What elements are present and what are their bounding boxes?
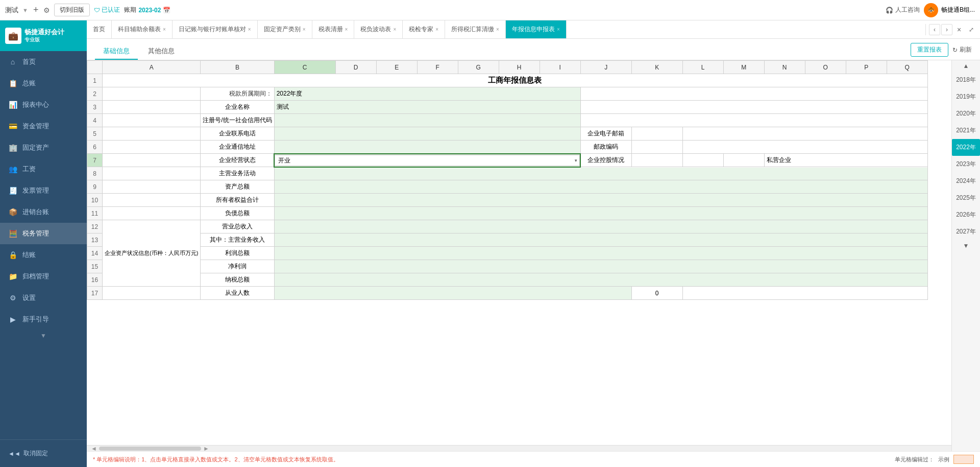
cell-4-B[interactable]: 注册号/统一社会信用代码 [201, 114, 274, 127]
tab-nav-prev[interactable]: ‹ [929, 24, 940, 35]
close-tab-annual-report[interactable]: × [557, 27, 560, 32]
cell-12-A[interactable]: 企业资产状况信息(币种：人民币万元) [103, 220, 201, 287]
sidebar-item-purchases[interactable]: 📦 进销台账 [0, 201, 87, 223]
expand-view[interactable]: ⤢ [966, 24, 977, 35]
col-header-I[interactable]: I [540, 61, 580, 74]
year-item-2025[interactable]: 2025年 [952, 190, 980, 206]
row-header-4[interactable]: 4 [87, 114, 103, 127]
cell-10-A[interactable] [103, 194, 201, 207]
cell-5-C[interactable] [274, 127, 580, 141]
col-header-M[interactable]: M [723, 61, 764, 74]
sidebar-item-assets[interactable]: 🏢 固定资产 [0, 137, 87, 158]
sidebar-item-reports[interactable]: 📊 报表中心 [0, 94, 87, 115]
cell-7-A[interactable] [103, 154, 201, 167]
col-header-B[interactable]: B [201, 61, 274, 74]
close-tab-assets-cat[interactable]: × [303, 27, 306, 32]
cell-7-C[interactable]: 开业 注销 吊销 迁出 撤销 [274, 154, 580, 167]
row-header-16[interactable]: 16 [87, 273, 103, 287]
cell-6-A[interactable] [103, 141, 201, 154]
cell-7-L[interactable] [682, 154, 723, 167]
col-header-J[interactable]: J [580, 61, 631, 74]
cell-9-B[interactable]: 资产总额 [201, 180, 274, 194]
tab-aux[interactable]: 科目辅助余额表 × [112, 20, 173, 39]
cell-10-C[interactable] [274, 194, 927, 207]
cell-17-B[interactable]: 从业人数 [201, 287, 274, 300]
cell-5-L[interactable] [682, 127, 927, 141]
business-status-select[interactable]: 开业 注销 吊销 迁出 撤销 [275, 155, 580, 166]
support-button[interactable]: 🎧 人工咨询 [886, 6, 920, 14]
col-header-D[interactable]: D [335, 61, 376, 74]
row-header-17[interactable]: 17 [87, 287, 103, 300]
settings-icon[interactable]: ⚙ [43, 6, 50, 14]
cell-7-J[interactable]: 企业控股情况 [580, 154, 631, 167]
row-header-12[interactable]: 12 [87, 220, 103, 233]
tab-tax-return[interactable]: 税表清册 × [312, 20, 355, 39]
sidebar-scroll-down[interactable]: ▼ [0, 330, 87, 341]
sidebar-item-tax[interactable]: 🧮 税务管理 [0, 223, 87, 244]
col-header-C[interactable]: C [274, 61, 335, 74]
cell-14-C[interactable] [274, 247, 927, 260]
cell-3-A[interactable] [103, 101, 201, 114]
cell-6-B[interactable]: 企业通信地址 [201, 141, 274, 154]
cell-8-B[interactable]: 主营业务活动 [201, 167, 274, 180]
cell-3-J[interactable] [580, 101, 927, 114]
close-tab-tax-change[interactable]: × [393, 27, 396, 32]
close-tab-aux[interactable]: × [163, 27, 166, 32]
row-header-5[interactable]: 5 [87, 127, 103, 141]
col-header-G[interactable]: G [458, 61, 499, 74]
scroll-thumb[interactable] [99, 447, 201, 451]
tab-tax-expert[interactable]: 税检专家 × [403, 20, 445, 39]
cell-2-B[interactable]: 税款所属期间： [201, 87, 274, 101]
sidebar-item-archive[interactable]: 📁 归档管理 [0, 266, 87, 287]
cell-7-B[interactable]: 企业经营状态 [201, 154, 274, 167]
cell-2-C[interactable]: 2022年度 [274, 87, 580, 101]
col-header-Q[interactable]: Q [887, 61, 927, 74]
cell-2-A[interactable] [103, 87, 201, 101]
sidebar-item-ledger[interactable]: 📋 总账 [0, 73, 87, 94]
cell-12-B[interactable]: 营业总收入 [201, 220, 274, 233]
cancel-fixed-button[interactable]: ◄◄ 取消固定 [0, 444, 87, 463]
cell-15-C[interactable] [274, 260, 927, 273]
close-all-tabs[interactable]: × [953, 24, 965, 35]
col-header-L[interactable]: L [682, 61, 723, 74]
year-item-2027[interactable]: 2027年 [952, 223, 980, 240]
year-item-2021[interactable]: 2021年 [952, 122, 980, 139]
col-header-N[interactable]: N [764, 61, 805, 74]
sidebar-item-guide[interactable]: ▶ 新手引导 [0, 309, 87, 330]
row-header-14[interactable]: 14 [87, 247, 103, 260]
reset-report-button[interactable]: 重置报表 [911, 43, 948, 57]
cell-9-C[interactable] [274, 180, 927, 194]
year-panel-scroll-up[interactable]: ▲ [952, 60, 980, 72]
sub-tab-other[interactable]: 其他信息 [140, 43, 183, 60]
cell-3-C[interactable]: 测试 [274, 101, 580, 114]
cell-17-C[interactable] [274, 287, 631, 300]
col-header-A[interactable]: A [103, 61, 201, 74]
year-panel-scroll-down[interactable]: ▼ [952, 240, 980, 251]
year-item-2023[interactable]: 2023年 [952, 156, 980, 173]
cell-8-A[interactable] [103, 167, 201, 180]
close-tab-journal[interactable]: × [248, 27, 251, 32]
horizontal-scrollbar[interactable]: ◄ ► [87, 445, 951, 451]
col-header-F[interactable]: F [417, 61, 458, 74]
cell-2-J[interactable] [580, 87, 927, 101]
cell-6-C[interactable] [274, 141, 580, 154]
cell-4-A[interactable] [103, 114, 201, 127]
cell-6-L[interactable] [682, 141, 927, 154]
tab-assets-cat[interactable]: 固定资产类别 × [258, 20, 312, 39]
year-item-2022[interactable]: 2022年 [952, 139, 980, 156]
row-header-7[interactable]: 7 [87, 154, 103, 167]
scroll-left-btn[interactable]: ◄ [89, 445, 99, 452]
close-tab-tax-return[interactable]: × [345, 27, 348, 32]
cell-5-K[interactable] [631, 127, 682, 141]
cell-13-B[interactable]: 其中：主营业务收入 [201, 233, 274, 247]
year-item-2018[interactable]: 2018年 [952, 72, 980, 88]
row-header-15[interactable]: 15 [87, 260, 103, 273]
row-header-3[interactable]: 3 [87, 101, 103, 114]
sidebar-item-settings[interactable]: ⚙ 设置 [0, 287, 87, 309]
cell-11-A[interactable] [103, 207, 201, 220]
tab-annual-report[interactable]: 年报信息申报表 × [506, 20, 567, 39]
year-item-2019[interactable]: 2019年 [952, 88, 980, 105]
row-header-11[interactable]: 11 [87, 207, 103, 220]
scroll-right-btn[interactable]: ► [201, 445, 211, 452]
cell-6-J[interactable]: 邮政编码 [580, 141, 631, 154]
